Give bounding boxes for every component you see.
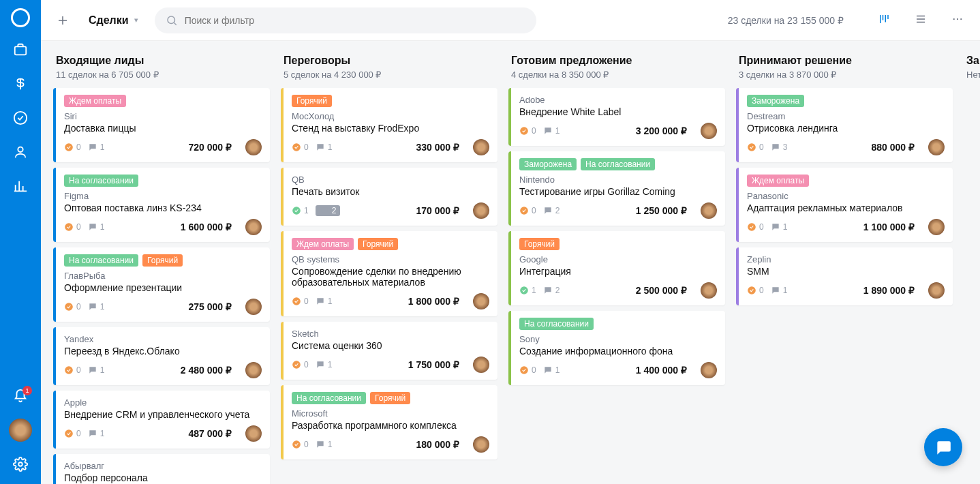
- deal-title: Внедрение White Label: [519, 106, 717, 117]
- company-name: ГлавРыба: [64, 271, 262, 281]
- deal-card[interactable]: ГорячийМосХолодСтенд на выставку FrodExp…: [281, 88, 497, 162]
- header: Сделки ▾ 23 сделки на 23 155 000 ₽: [41, 0, 980, 41]
- svg-point-15: [292, 207, 301, 215]
- user-icon[interactable]: [13, 145, 28, 160]
- assignee-avatar[interactable]: [928, 219, 945, 235]
- comments-stat: 1: [88, 302, 105, 312]
- deal-card[interactable]: ЗамороженаDestreamОтрисовка лендинга0388…: [736, 88, 953, 162]
- company-name: Абырвалг: [64, 461, 262, 471]
- deal-card[interactable]: AppleВнедрение CRM и управленческого уче…: [53, 391, 270, 449]
- search-bar[interactable]: [155, 7, 536, 33]
- deal-card[interactable]: ZeplinSMM011 890 000 ₽: [736, 247, 953, 305]
- assignee-avatar[interactable]: [245, 425, 262, 442]
- svg-point-2: [18, 147, 22, 152]
- kanban-board[interactable]: Входящие лиды11 сделок на 6 705 000 ₽Жде…: [41, 41, 980, 484]
- add-button[interactable]: [53, 11, 72, 30]
- chart-icon[interactable]: [13, 179, 28, 194]
- deal-price: 2 480 000 ₽: [181, 365, 232, 376]
- kanban-column: Переговоры5 сделок на 4 230 000 ₽Горячий…: [281, 52, 499, 484]
- deal-card[interactable]: Ждем оплатыPanasonicАдаптация рекламных …: [736, 168, 953, 242]
- assignee-avatar[interactable]: [701, 123, 717, 139]
- deal-card[interactable]: AdobeВнедрение White Label013 200 000 ₽: [508, 88, 725, 146]
- comments-stat: 1: [543, 365, 560, 375]
- assignee-avatar[interactable]: [245, 362, 262, 378]
- deal-card[interactable]: На согласованииГорячийMicrosoftРазработк…: [281, 385, 497, 459]
- avatar[interactable]: [9, 419, 32, 442]
- bell-icon[interactable]: 1: [13, 389, 28, 404]
- comments-stat: 2: [316, 205, 341, 216]
- pipeline-selector[interactable]: Сделки ▾: [89, 14, 138, 27]
- tasks-stat: 0: [292, 440, 309, 449]
- assignee-avatar[interactable]: [701, 282, 717, 299]
- deal-card[interactable]: YandexПереезд в Яндекс.Облако012 480 000…: [53, 327, 270, 385]
- tag-pay: Ждем оплаты: [747, 175, 809, 187]
- deal-card[interactable]: На согласованииFigmaОптовая поставка лин…: [53, 168, 270, 242]
- assignee-avatar[interactable]: [701, 362, 717, 378]
- kanban-view-icon[interactable]: [874, 9, 894, 32]
- company-name: Zeplin: [747, 254, 945, 264]
- assignee-avatar[interactable]: [928, 139, 945, 155]
- tag-hot: Горячий: [370, 392, 410, 404]
- tasks-stat: 0: [64, 222, 81, 232]
- deal-title: Создание информационного фона: [519, 346, 717, 357]
- deal-price: 1 250 000 ₽: [636, 205, 687, 216]
- dollar-icon[interactable]: [13, 76, 28, 91]
- deal-title: Разработка программного комплекса: [292, 420, 489, 431]
- deal-card[interactable]: Ждем оплатыSiriДоставка пиццы01720 000 ₽: [53, 88, 270, 162]
- deal-card[interactable]: SketchСистема оценки 360011 750 000 ₽: [281, 322, 497, 380]
- deal-price: 180 000 ₽: [416, 439, 460, 450]
- company-name: Adobe: [519, 95, 717, 105]
- deal-card[interactable]: На согласованииГорячийГлавРыбаОформление…: [53, 247, 270, 322]
- assignee-avatar[interactable]: [473, 202, 489, 219]
- assignee-avatar[interactable]: [245, 299, 262, 315]
- assignee-avatar[interactable]: [701, 202, 717, 219]
- company-name: Sony: [519, 334, 717, 344]
- tag-frozen: Заморожена: [519, 158, 577, 170]
- deal-card[interactable]: ГорячийGoogleИнтеграция122 500 000 ₽: [508, 231, 725, 305]
- assignee-avatar[interactable]: [928, 282, 945, 299]
- gear-icon[interactable]: [13, 457, 28, 472]
- assignee-avatar[interactable]: [473, 139, 489, 155]
- assignee-avatar[interactable]: [245, 139, 262, 155]
- more-icon[interactable]: [947, 9, 968, 32]
- svg-point-22: [520, 366, 528, 374]
- logo-icon[interactable]: [11, 8, 30, 27]
- column-title: Закл: [966, 55, 980, 67]
- deal-title: Внедрение CRM и управленческого учета: [64, 409, 262, 420]
- comments-stat: 1: [88, 222, 105, 232]
- deal-price: 3 200 000 ₽: [636, 125, 687, 136]
- deal-title: Доставка пиццы: [64, 123, 262, 134]
- deal-card[interactable]: На согласованииSonyСоздание информационн…: [508, 311, 725, 385]
- deal-price: 487 000 ₽: [189, 428, 232, 439]
- assignee-avatar[interactable]: [473, 357, 489, 373]
- assignee-avatar[interactable]: [473, 293, 489, 309]
- chat-fab[interactable]: [924, 428, 962, 466]
- assignee-avatar[interactable]: [245, 219, 262, 235]
- tasks-stat: 0: [519, 126, 536, 136]
- kanban-column: Принимают решение3 сделки на 3 870 000 ₽…: [736, 52, 954, 484]
- svg-point-18: [292, 440, 301, 449]
- deal-card[interactable]: Ждем оплатыГорячийQB systemsСопровождени…: [281, 231, 497, 316]
- check-circle-icon[interactable]: [13, 110, 28, 125]
- svg-point-5: [953, 18, 955, 19]
- search-input[interactable]: [185, 15, 525, 26]
- company-name: Apple: [64, 397, 262, 408]
- deal-title: Сопровождение сделки по внедрению образо…: [292, 266, 489, 288]
- svg-rect-0: [15, 46, 27, 55]
- deal-card[interactable]: QBПечать визиток12170 000 ₽: [281, 168, 497, 226]
- comments-stat: 1: [771, 286, 788, 295]
- deal-card[interactable]: ЗамороженаНа согласованииNintendoТестиро…: [508, 151, 725, 226]
- company-name: Sketch: [292, 329, 489, 339]
- svg-point-21: [520, 286, 528, 294]
- tag-approve: На согласовании: [581, 158, 655, 170]
- comments-stat: 3: [771, 142, 788, 152]
- svg-point-4: [168, 16, 175, 24]
- assignee-avatar[interactable]: [473, 436, 489, 453]
- tag-frozen: Заморожена: [747, 95, 804, 107]
- briefcase-icon[interactable]: [13, 42, 28, 57]
- tasks-stat: 0: [519, 365, 536, 375]
- list-view-icon[interactable]: [910, 9, 931, 32]
- tasks-stat: 0: [64, 142, 81, 152]
- deal-card[interactable]: АбырвалгПодбор персонала01: [53, 454, 270, 484]
- svg-point-10: [65, 303, 73, 311]
